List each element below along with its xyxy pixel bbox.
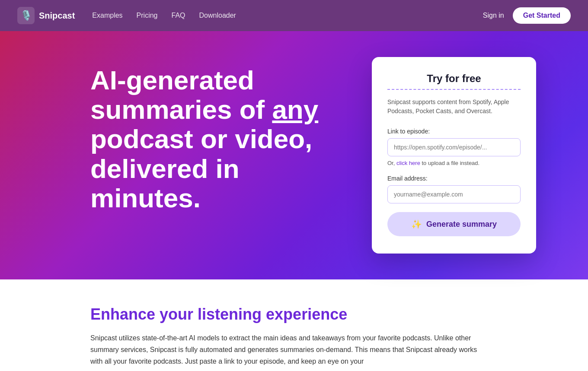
card-subtitle: Snipcast supports content from Spotify, …	[387, 98, 521, 116]
section-title: Enhance your listening experience	[90, 305, 498, 323]
generate-summary-button[interactable]: ✨ Generate summary	[387, 212, 521, 236]
generate-label: Generate summary	[426, 220, 497, 229]
section-body: Snipcast utilizes state-of-the-art AI mo…	[90, 332, 479, 368]
logo-text: Snipcast	[39, 11, 75, 21]
nav-link-pricing[interactable]: Pricing	[137, 12, 158, 19]
email-input[interactable]	[387, 185, 521, 203]
email-label: Email address:	[387, 175, 521, 182]
link-label: Link to episode:	[387, 128, 521, 135]
generate-icon: ✨	[411, 219, 422, 229]
signin-link[interactable]: Sign in	[483, 12, 504, 19]
try-for-free-card: Try for free Snipcast supports content f…	[372, 57, 536, 254]
headline-any: any	[272, 95, 318, 124]
nav-link-examples[interactable]: Examples	[92, 12, 122, 19]
hero-headline: AI-generated summaries of any podcast or…	[90, 66, 324, 213]
headline-part1: AI-generated summaries of	[90, 65, 272, 124]
card-title: Try for free	[387, 73, 521, 90]
upload-link[interactable]: click here	[396, 160, 420, 166]
headline-part2: podcast or video, delivered in minutes.	[90, 124, 312, 212]
below-hero-section: Enhance your listening experience Snipca…	[0, 279, 588, 371]
nav-link-faq[interactable]: FAQ	[172, 12, 185, 19]
logo-icon: 🎙️	[17, 7, 35, 24]
nav-link-downloader[interactable]: Downloader	[199, 12, 236, 19]
hero-section: AI-generated summaries of any podcast or…	[0, 31, 588, 279]
upload-helper: Or, click here to upload a file instead.	[387, 160, 521, 166]
hero-text: AI-generated summaries of any podcast or…	[90, 57, 346, 213]
nav-right: Sign in Get Started	[483, 7, 571, 24]
nav-links: Examples Pricing FAQ Downloader	[92, 12, 483, 19]
navbar: 🎙️ Snipcast Examples Pricing FAQ Downloa…	[0, 0, 588, 31]
get-started-button[interactable]: Get Started	[513, 7, 571, 24]
episode-link-input[interactable]	[387, 138, 521, 156]
nav-logo[interactable]: 🎙️ Snipcast	[17, 7, 75, 24]
